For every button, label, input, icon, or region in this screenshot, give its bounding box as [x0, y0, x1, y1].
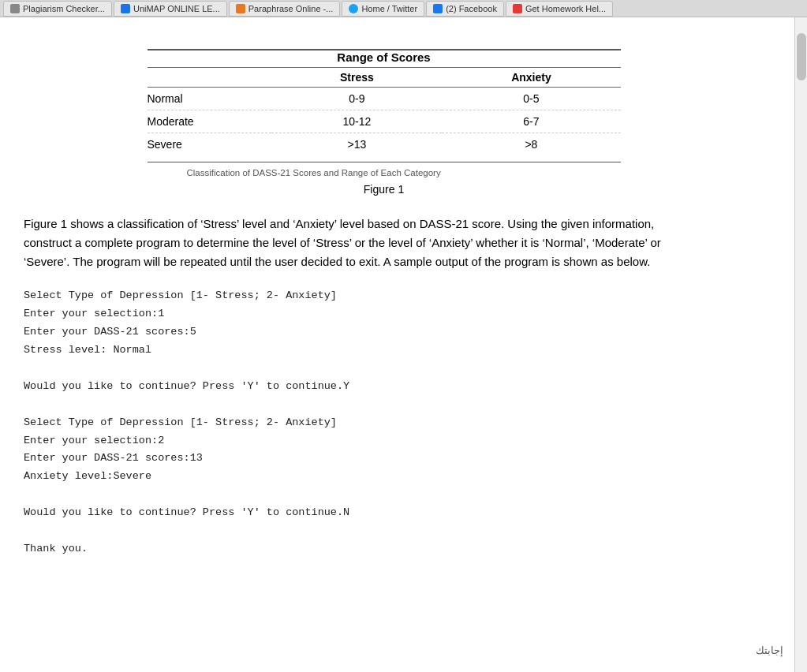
range-of-scores-table: Range of Scores Stress Anxiety Normal [148, 49, 621, 155]
browser-tab-bar: Plagiarism Checker... UniMAP ONLINE LE..… [0, 0, 807, 17]
tab-favicon-facebook [433, 4, 443, 13]
tab-label-homework: Get Homework Hel... [525, 4, 606, 13]
table-bottom-line [148, 162, 621, 162]
table-row-severe: Severe >13 >8 [148, 133, 621, 156]
anxiety-severe: >8 [525, 138, 537, 151]
scrollbar-thumb[interactable] [797, 33, 806, 80]
description-paragraph: Figure 1 shows a classification of ‘Stre… [24, 215, 702, 271]
tab-label-twitter: Home / Twitter [361, 4, 417, 13]
figure-container: Range of Scores Stress Anxiety Normal [24, 49, 744, 196]
tab-favicon-plagiarism [10, 4, 20, 13]
tab-favicon-twitter [349, 4, 358, 13]
scrollbar[interactable] [794, 17, 807, 672]
stress-normal: 0-9 [349, 92, 364, 105]
table-title: Range of Scores [337, 50, 430, 64]
category-severe: Severe [148, 138, 182, 151]
stress-moderate: 10-12 [342, 115, 371, 128]
stress-severe: >13 [348, 138, 367, 151]
tab-label-paraphrase: Paraphrase Online -... [248, 4, 334, 13]
tab-label-plagiarism: Plagiarism Checker... [23, 4, 105, 13]
category-moderate: Moderate [148, 115, 194, 128]
tab-unimap[interactable]: UniMAP ONLINE LE... [114, 1, 227, 17]
tab-favicon-homework [513, 4, 522, 13]
col-header-category [148, 68, 272, 88]
anxiety-moderate: 6-7 [523, 115, 539, 128]
page-content: Range of Scores Stress Anxiety Normal [0, 17, 807, 672]
tab-facebook[interactable]: (2) Facebook [426, 1, 504, 17]
tab-label-unimap: UniMAP ONLINE LE... [133, 4, 220, 13]
table-row-normal: Normal 0-9 0-5 [148, 88, 621, 110]
answer-link-text[interactable]: إجابتك [756, 644, 783, 656]
col-header-anxiety: Anxiety [442, 68, 620, 88]
tab-plagiarism[interactable]: Plagiarism Checker... [3, 1, 112, 17]
tab-favicon-paraphrase [236, 4, 245, 13]
table-row-moderate: Moderate 10-12 6-7 [148, 110, 621, 133]
anxiety-normal: 0-5 [523, 92, 539, 105]
tab-favicon-unimap [121, 4, 130, 13]
tab-paraphrase[interactable]: Paraphrase Online -... [229, 1, 341, 17]
figure-label: Figure 1 [364, 183, 404, 196]
tab-label-facebook: (2) Facebook [446, 4, 497, 13]
answer-link[interactable]: إجابتك [756, 644, 783, 656]
col-header-stress: Stress [271, 68, 442, 88]
table-caption: Classification of DASS-21 Scores and Ran… [187, 168, 441, 177]
sample-output-block: Select Type of Depression [1- Stress; 2-… [24, 287, 744, 558]
tab-twitter[interactable]: Home / Twitter [342, 1, 424, 17]
category-normal: Normal [148, 92, 183, 105]
description-text: Figure 1 shows a classification of ‘Stre… [24, 217, 661, 268]
tab-homework[interactable]: Get Homework Hel... [506, 1, 613, 17]
